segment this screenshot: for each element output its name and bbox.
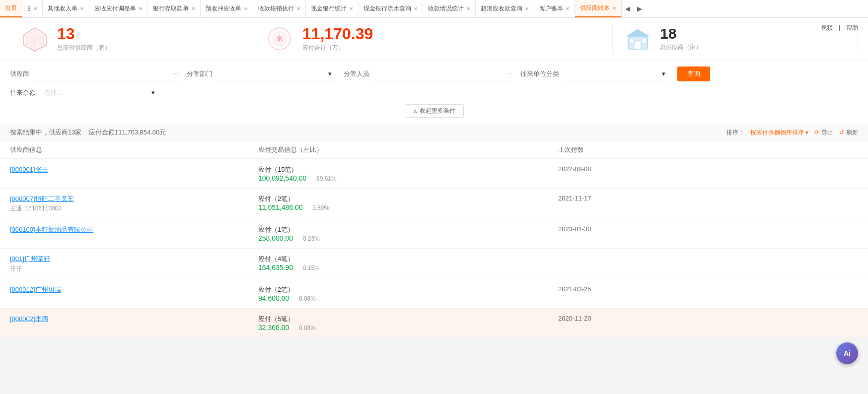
data-table: 供应商信息 应付交易信息（占比） 上次付数 [000001]张三 应付（15笔）… — [0, 141, 868, 338]
filter-person: 分管人员 ··· — [344, 66, 512, 81]
person-input[interactable] — [373, 66, 504, 81]
balance-select[interactable]: 选择... ▾ — [40, 85, 159, 100]
nav-tab-adjust[interactable]: 应收应付调整单 ✕ — [89, 0, 148, 17]
supplier-info-3: [000100]本特勤油品有限公司 — [10, 225, 258, 234]
filter-category: 往来单位分类 ▾ — [520, 66, 669, 81]
nav-prev-arrow[interactable]: ◀ — [622, 0, 634, 17]
nav-tab-cash-flow-close[interactable]: ✕ — [414, 6, 418, 11]
payable-amount-row-3: 258,000.00 0.23% — [258, 234, 558, 242]
last-pay-5: 2021-03-25 — [558, 285, 858, 293]
supplier-input[interactable] — [33, 66, 170, 81]
top-navigation: 首页 3 ✕ 其他收入单 ✕ 应收应付调整单 ✕ 银行存取款单 ✕ 预收冲应收单… — [0, 0, 868, 18]
stat-payable-amount-value: 11,170.39 — [302, 26, 373, 42]
chevron-up-icon: ∧ — [413, 108, 418, 115]
sort-value[interactable]: 按应付余额倒序排序 ▾ — [750, 129, 808, 137]
nav-tab-supplier[interactable]: 供应商账本 ✕ — [575, 0, 622, 17]
nav-tab-3[interactable]: 3 ✕ — [22, 0, 43, 17]
dept-chevron-icon: ▾ — [328, 70, 332, 77]
person-dots-icon[interactable]: ··· — [506, 69, 512, 78]
category-select[interactable]: ▾ — [563, 66, 669, 81]
table-row: [000002]李四 应付（5笔） 32,366.00 0.03% 2020-1… — [0, 309, 868, 338]
supplier-link-6[interactable]: [000002]李四 — [10, 315, 258, 324]
nav-tab-home[interactable]: 首页 — [0, 0, 22, 17]
col-header-payable: 应付交易信息（占比） — [258, 145, 558, 154]
payable-label-2: 应付（2笔） — [258, 195, 558, 203]
payable-amount-row-1: 100,092,540.00 89.61% — [258, 174, 558, 182]
nav-tab-customer-close[interactable]: ✕ — [566, 6, 570, 11]
stat-payable-suppliers-content: 13 总应付供应商（家） — [57, 26, 111, 52]
result-prefix: 搜索结果中，供应商13家 — [10, 129, 81, 136]
nav-tab-cash-stat-close[interactable]: ✕ — [349, 6, 353, 11]
help-link[interactable]: 帮助 — [846, 24, 858, 32]
svg-rect-12 — [642, 38, 647, 43]
payable-pct-6: 0.03% — [299, 325, 316, 331]
filter-row-1: 供应商 ··· 分管部门 ▾ 分管人员 ··· 往来单位分类 — [10, 66, 858, 81]
filter-area: 供应商 ··· 分管部门 ▾ 分管人员 ··· 往来单位分类 — [0, 60, 868, 124]
filter-balance-label: 往来余额 — [10, 88, 36, 97]
nav-tab-bank[interactable]: 银行存取款单 ✕ — [148, 0, 201, 17]
table-row: [000012]广州贝瑞 应付（2笔） 94,600.00 0.08% 2021… — [0, 279, 868, 309]
nav-tab-other-income[interactable]: 其他收入单 ✕ — [43, 0, 89, 17]
nav-tab-cash-stat[interactable]: 现金银行统计 ✕ — [306, 0, 359, 17]
stat-payable-suppliers-value: 13 — [57, 26, 111, 42]
header-links: 视频 | 帮助 — [821, 24, 858, 32]
video-link[interactable]: 视频 — [821, 24, 833, 32]
nav-tab-overdue-label: 超期应收款查询 — [481, 4, 522, 13]
refresh-label: 刷新 — [846, 129, 858, 137]
nav-tab-prepay[interactable]: 预收冲应收单 ✕ — [201, 0, 253, 17]
supplier-link-5[interactable]: [000012]广州贝瑞 — [10, 285, 258, 294]
nav-tab-receipt-stat[interactable]: 收款情况统计 ✕ — [423, 0, 476, 17]
payable-amount-row-2: 11,051,486.00 9.89% — [258, 203, 558, 211]
nav-tab-adjust-close[interactable]: ✕ — [139, 6, 143, 11]
nav-tab-other-income-label: 其他收入单 — [48, 4, 77, 13]
nav-tab-overdue[interactable]: 超期应收款查询 ✕ — [476, 0, 534, 17]
table-body: [000001]张三 应付（15笔） 100,092,540.00 89.61%… — [0, 159, 868, 338]
supplier-link-3[interactable]: [000100]本特勤油品有限公司 — [10, 225, 258, 234]
supplier-link-4[interactable]: [001]广州荣轩 — [10, 255, 258, 263]
filter-balance: 往来余额 选择... ▾ — [10, 85, 159, 100]
nav-tab-cash-flow-label: 现金银行流水查询 — [363, 4, 411, 13]
nav-tab-receipt-stat-close[interactable]: ✕ — [466, 6, 470, 11]
supplier-dots-icon[interactable]: ··· — [172, 69, 179, 78]
payable-label-3: 应付（1笔） — [258, 225, 558, 234]
nav-next-arrow[interactable]: ▶ — [634, 0, 646, 17]
nav-tab-3-close[interactable]: ✕ — [33, 6, 37, 11]
table-row: [001]广州荣轩 仔仔 应付（4笔） 164,635.90 0.15% — [0, 249, 868, 279]
filter-person-label: 分管人员 — [344, 69, 369, 78]
filter-category-label: 往来单位分类 — [520, 69, 559, 78]
query-button[interactable]: 查询 — [677, 66, 710, 81]
supplier-info-2: [000007]恒旺二手叉车 王通 17106110000 — [10, 195, 258, 213]
nav-tab-overdue-close[interactable]: ✕ — [525, 6, 529, 11]
svg-marker-9 — [627, 29, 649, 36]
nav-tab-bank-label: 银行存取款单 — [153, 4, 189, 13]
payable-amount-value-6: 32,366.00 — [258, 324, 289, 331]
supplier-link-1[interactable]: [000001]张三 — [10, 165, 258, 174]
refresh-button[interactable]: ↺ 刷新 — [839, 129, 858, 137]
collapse-button[interactable]: ∧ 收起更多条件 — [405, 104, 464, 118]
payable-info-4: 应付（4笔） 164,635.90 0.15% — [258, 255, 558, 271]
nav-tab-prepay-label: 预收冲应收单 — [206, 4, 241, 13]
nav-tab-cash-flow[interactable]: 现金银行流水查询 ✕ — [359, 0, 423, 17]
stat-total-suppliers-value: 18 — [660, 26, 702, 41]
nav-tab-collection-close[interactable]: ✕ — [296, 6, 300, 11]
nav-tab-bank-close[interactable]: ✕ — [191, 6, 195, 11]
sort-value-text: 按应付余额倒序排序 — [750, 129, 804, 136]
refresh-icon: ↺ — [839, 129, 844, 136]
nav-tab-cash-stat-label: 现金银行统计 — [311, 4, 347, 13]
dept-select[interactable]: ▾ — [217, 66, 336, 81]
payable-pct-1: 89.61% — [316, 175, 337, 182]
nav-tab-supplier-close[interactable]: ✕ — [612, 5, 616, 11]
stat-payable-suppliers-label: 总应付供应商（家） — [57, 44, 111, 52]
payable-amount-value-2: 11,051,486.00 — [258, 203, 303, 211]
balance-placeholder: 选择... — [44, 88, 62, 97]
nav-tab-customer[interactable]: 客户账本 ✕ — [534, 0, 575, 17]
export-button[interactable]: ⟳ 导出 — [814, 129, 833, 137]
nav-tab-adjust-label: 应收应付调整单 — [94, 4, 136, 13]
table-row: [000007]恒旺二手叉车 王通 17106110000 应付（2笔） 11,… — [0, 189, 868, 219]
nav-tab-collection[interactable]: 收款核销执行 ✕ — [253, 0, 306, 17]
nav-tab-prepay-close[interactable]: ✕ — [244, 6, 248, 11]
payable-info-6: 应付（5笔） 32,366.00 0.03% — [258, 315, 558, 331]
payable-label-1: 应付（15笔） — [258, 165, 558, 174]
supplier-link-2[interactable]: [000007]恒旺二手叉车 — [10, 195, 258, 203]
nav-tab-other-income-close[interactable]: ✕ — [80, 6, 84, 11]
